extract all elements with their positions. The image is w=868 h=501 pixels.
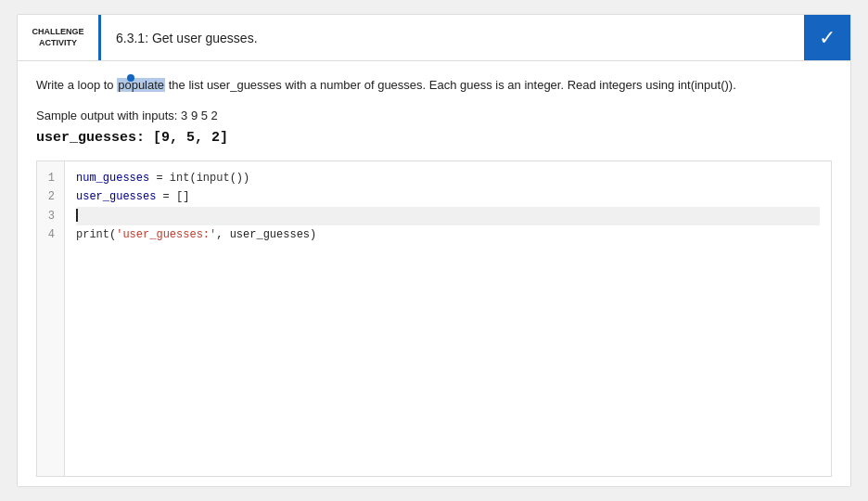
code-line-3 [76,207,820,225]
text-cursor [76,209,78,222]
code-line-4: print('user_guesses:', user_guesses) [76,225,820,244]
editor-wrapper: 1 2 3 4 num_guesses = int(input()) user_… [36,161,832,477]
line-number-4: 4 [46,225,55,244]
challenge-label-text: CHALLENGE ACTIVITY [32,27,84,48]
cursor-dot [127,74,134,82]
editor-area[interactable]: 1 2 3 4 num_guesses = int(input()) user_… [36,161,832,477]
line-numbers: 1 2 3 4 [37,161,65,476]
challenge-title: 6.3.1: Get user guesses. [101,15,804,60]
main-panel: CHALLENGE ACTIVITY 6.3.1: Get user guess… [17,14,851,487]
check-icon: ✓ [819,26,836,50]
check-button[interactable]: ✓ [804,15,850,60]
sample-output-label: Sample output with inputs: 3 9 5 2 [18,103,850,126]
code-line-2: user_guesses = [] [76,187,820,206]
challenge-label: CHALLENGE ACTIVITY [18,15,101,60]
kw-2: user_guesses [76,190,156,203]
code-content[interactable]: num_guesses = int(input()) user_guesses … [65,161,831,476]
instructions: Write a loop to populate the list user_g… [18,61,850,103]
sample-output-value: user_guesses: [9, 5, 2] [18,126,850,161]
instruction-text-after: the list user_guesses with a number of g… [165,78,736,92]
line-number-1: 1 [46,169,55,187]
header: CHALLENGE ACTIVITY 6.3.1: Get user guess… [18,15,850,61]
outer-container: CHALLENGE ACTIVITY 6.3.1: Get user guess… [0,0,868,501]
instruction-text-before: Write a loop to [36,78,117,92]
code-line-1: num_guesses = int(input()) [76,169,820,187]
line-number-2: 2 [46,187,55,206]
line-number-3: 3 [46,207,55,225]
highlight-word: populate [117,78,165,92]
kw-1: num_guesses [76,172,149,185]
